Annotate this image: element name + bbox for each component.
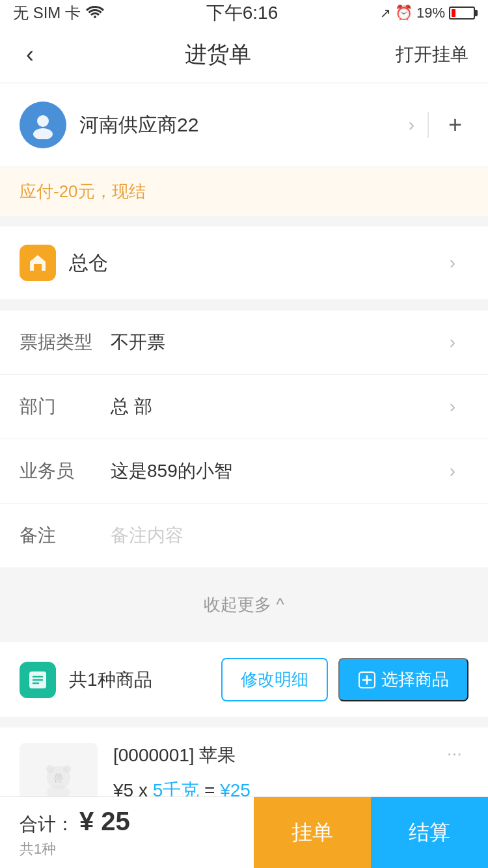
status-left: 无 SIM 卡 xyxy=(13,3,104,23)
battery-percent: 19% xyxy=(416,5,445,21)
warehouse-chevron-icon: › xyxy=(450,252,455,273)
remark-row[interactable]: 备注 备注内容 xyxy=(0,503,488,567)
settle-label: 结算 xyxy=(409,819,450,847)
select-product-label: 选择商品 xyxy=(381,668,449,691)
department-value: 总 部 xyxy=(111,394,450,419)
location-icon: ↗ xyxy=(380,5,391,21)
warehouse-row[interactable]: 总仓 › xyxy=(0,226,488,299)
warehouse-icon xyxy=(20,245,56,281)
bottom-bar: 合计： ¥ 25 共1种 挂单 结算 xyxy=(0,796,488,868)
products-section: 共1种商品 修改明细 选择商品 xyxy=(0,642,488,717)
edit-detail-button[interactable]: 修改明细 xyxy=(221,658,328,701)
total-sub: 共1种 xyxy=(20,839,234,859)
nav-bar: ‹ 进货单 打开挂单 xyxy=(0,26,488,83)
hang-button[interactable]: 挂单 xyxy=(254,797,371,869)
department-chevron-icon: › xyxy=(450,396,455,417)
total-main: 合计： ¥ 25 xyxy=(20,807,234,837)
invoice-type-row[interactable]: 票据类型 不开票 › xyxy=(0,310,488,374)
remark-placeholder: 备注内容 xyxy=(111,523,468,548)
total-amount: ¥ 25 xyxy=(79,807,130,836)
department-label: 部门 xyxy=(20,394,111,419)
supplier-chevron-icon: › xyxy=(409,115,414,135)
svg-point-1 xyxy=(33,128,53,139)
product-code: [0000001] xyxy=(113,745,195,765)
products-icon xyxy=(20,662,56,698)
form-section: 票据类型 不开票 › 部门 总 部 › 业务员 这是859的小智 › 备注 备注… xyxy=(0,310,488,567)
status-right: ↗ ⏰ 19% xyxy=(380,5,475,21)
svg-point-8 xyxy=(63,765,71,773)
battery-icon xyxy=(449,7,475,20)
warehouse-name: 总仓 xyxy=(69,250,450,277)
status-time: 下午6:16 xyxy=(206,1,278,25)
salesman-value: 这是859的小智 xyxy=(111,459,450,483)
alarm-icon: ⏰ xyxy=(395,5,413,21)
product-info: [0000001] 苹果 ¥5 x 5千克 = ¥25 xyxy=(113,743,441,803)
department-row[interactable]: 部门 总 部 › xyxy=(0,374,488,439)
invoice-type-value: 不开票 xyxy=(111,330,450,355)
notice-bar: 应付-20元，现结 xyxy=(0,167,488,216)
status-bar: 无 SIM 卡 下午6:16 ↗ ⏰ 19% xyxy=(0,0,488,26)
supplier-row[interactable]: 河南供应商22 › + xyxy=(0,83,488,167)
hang-label: 挂单 xyxy=(291,819,333,847)
products-header: 共1种商品 修改明细 选择商品 xyxy=(0,642,488,717)
total-area: 合计： ¥ 25 共1种 xyxy=(0,807,254,859)
page-title: 进货单 xyxy=(185,40,251,70)
add-supplier-button[interactable]: + xyxy=(442,111,468,139)
salesman-row[interactable]: 业务员 这是859的小智 › xyxy=(0,439,488,503)
back-button[interactable]: ‹ xyxy=(20,34,40,75)
collapse-button[interactable]: 收起更多 ^ xyxy=(0,578,488,632)
supplier-avatar xyxy=(20,102,66,148)
svg-rect-2 xyxy=(34,264,42,271)
carrier-label: 无 SIM 卡 xyxy=(13,3,81,23)
settle-button[interactable]: 结算 xyxy=(371,797,488,869)
select-product-button[interactable]: 选择商品 xyxy=(338,658,468,701)
supplier-section: 河南供应商22 › + 应付-20元，现结 xyxy=(0,83,488,216)
product-name: [0000001] 苹果 xyxy=(113,743,441,768)
invoice-type-label: 票据类型 xyxy=(20,330,111,355)
svg-text:兽: 兽 xyxy=(53,772,64,783)
svg-point-0 xyxy=(37,115,49,127)
invoice-type-chevron-icon: › xyxy=(450,332,455,353)
open-hang-button[interactable]: 打开挂单 xyxy=(396,42,468,67)
remark-label: 备注 xyxy=(20,523,111,548)
supplier-name: 河南供应商22 xyxy=(79,112,409,139)
wifi-icon xyxy=(86,4,104,22)
salesman-label: 业务员 xyxy=(20,459,111,483)
warehouse-section: 总仓 › xyxy=(0,226,488,299)
product-more-button[interactable]: ··· xyxy=(441,743,468,764)
products-count: 共1种商品 xyxy=(69,668,221,692)
total-label: 合计： xyxy=(20,812,74,837)
supplier-divider xyxy=(427,112,429,138)
product-title: 苹果 xyxy=(199,745,236,765)
salesman-chevron-icon: › xyxy=(450,461,455,481)
